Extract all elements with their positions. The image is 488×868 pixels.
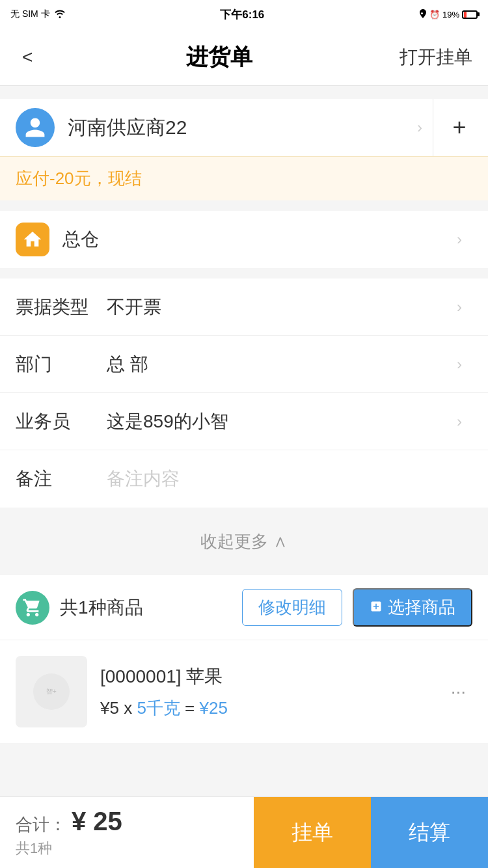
product-thumbnail: 智+ <box>16 656 87 727</box>
total-area: 合计： ¥ 25 共1种 <box>0 807 254 858</box>
total-label: 合计： <box>16 813 66 836</box>
invoice-value: 不开票 <box>107 295 446 319</box>
collapse-button[interactable]: 收起更多 ∧ <box>0 518 488 565</box>
products-section: 共1种商品 修改明细 选择商品 智+ [0000001] <box>0 575 488 743</box>
product-code: [0000001] <box>100 666 182 686</box>
products-header: 共1种商品 修改明细 选择商品 <box>0 575 488 640</box>
supplier-name: 河南供应商22 <box>68 115 407 141</box>
dept-value: 总 部 <box>107 352 446 377</box>
status-icons: ⏰ 19% <box>419 9 478 20</box>
invoice-chevron-icon: › <box>457 298 462 316</box>
svg-text:智+: 智+ <box>46 688 57 695</box>
product-unit-price: ¥5 <box>100 698 119 718</box>
products-count: 共1种商品 <box>60 595 242 620</box>
dept-chevron-icon: › <box>457 355 462 373</box>
dept-label: 部门 <box>16 352 94 377</box>
dept-row[interactable]: 部门 总 部 › <box>0 336 488 393</box>
select-product-label: 选择商品 <box>388 596 455 619</box>
total-count: 共1种 <box>16 839 238 858</box>
battery-icon <box>462 10 478 19</box>
remark-label: 备注 <box>16 467 94 491</box>
agent-chevron-icon: › <box>457 413 462 431</box>
warehouse-icon <box>16 223 49 256</box>
remark-placeholder: 备注内容 <box>107 467 472 491</box>
product-qty: 5千克 <box>137 698 180 718</box>
supplier-row[interactable]: 河南供应商22 › <box>16 99 433 156</box>
product-info: [0000001] 苹果 ¥5 x 5千克 = ¥25 <box>100 664 444 720</box>
total-amount: ¥ 25 <box>72 807 122 836</box>
alarm-icon: ⏰ <box>429 10 440 20</box>
product-total: ¥25 <box>200 698 228 718</box>
open-hold-button[interactable]: 打开挂单 <box>400 45 472 70</box>
wifi-icon <box>54 9 66 20</box>
product-price: ¥5 x 5千克 = ¥25 <box>100 697 444 720</box>
invoice-label: 票据类型 <box>16 295 94 319</box>
product-more-button[interactable]: ··· <box>444 675 472 709</box>
warehouse-name: 总仓 <box>62 227 446 252</box>
select-product-button[interactable]: 选择商品 <box>353 588 472 627</box>
supplier-notice: 应付-20元，现结 <box>0 156 488 200</box>
checkout-button[interactable]: 结算 <box>371 797 488 869</box>
select-product-icon <box>370 597 383 617</box>
agent-row[interactable]: 业务员 这是859的小智 › <box>0 393 488 450</box>
agent-label: 业务员 <box>16 409 94 434</box>
page-title: 进货单 <box>186 42 252 72</box>
remark-row[interactable]: 备注 备注内容 <box>0 450 488 508</box>
invoice-row[interactable]: 票据类型 不开票 › <box>0 278 488 336</box>
product-title: 苹果 <box>186 666 223 686</box>
supplier-chevron-icon: › <box>417 118 422 137</box>
product-name: [0000001] 苹果 <box>100 664 444 689</box>
status-bar: 无 SIM 卡 下午6:16 ⏰ 19% <box>0 0 488 29</box>
edit-detail-button[interactable]: 修改明细 <box>242 589 342 626</box>
supplier-section: 河南供应商22 › + <box>0 99 488 156</box>
add-supplier-button[interactable]: + <box>433 114 472 141</box>
status-carrier: 无 SIM 卡 <box>10 8 66 20</box>
status-time: 下午6:16 <box>220 7 264 22</box>
nav-bar: < 进货单 打开挂单 <box>0 29 488 86</box>
back-button[interactable]: < <box>16 40 39 74</box>
product-item: 智+ [0000001] 苹果 ¥5 x 5千克 = ¥25 ··· <box>0 640 488 743</box>
bottom-bar: 合计： ¥ 25 共1种 挂单 结算 <box>0 796 488 868</box>
warehouse-chevron-icon: › <box>457 230 462 249</box>
supplier-avatar <box>16 108 55 147</box>
products-icon <box>16 591 49 625</box>
agent-value: 这是859的小智 <box>107 409 446 434</box>
battery-percent: 19% <box>442 10 459 20</box>
warehouse-row[interactable]: 总仓 › <box>0 211 488 268</box>
warehouse-section: 总仓 › <box>0 211 488 268</box>
location-icon <box>419 9 427 20</box>
hold-button[interactable]: 挂单 <box>254 797 371 869</box>
form-section: 票据类型 不开票 › 部门 总 部 › 业务员 这是859的小智 › 备注 备注… <box>0 278 488 508</box>
